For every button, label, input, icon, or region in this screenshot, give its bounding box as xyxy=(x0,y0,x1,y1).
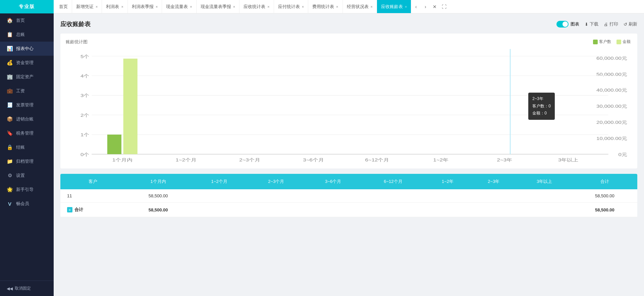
chart-toggle-label: 图表 xyxy=(571,21,579,27)
sidebar-item-settings[interactable]: ⚙ 设置 xyxy=(0,168,54,183)
sidebar-item-home[interactable]: 🏠 首页 xyxy=(0,13,54,28)
tab-close-icon[interactable]: × xyxy=(302,5,304,9)
total-m1: 58,500.00 xyxy=(126,203,191,217)
sidebar-item-invoice[interactable]: 🧾 发票管理 xyxy=(0,98,54,112)
svg-text:40,000.00元: 40,000.00元 xyxy=(596,88,627,93)
svg-text:1个: 1个 xyxy=(80,132,89,137)
download-button[interactable]: ⬇ 下载 xyxy=(585,21,598,27)
page-header: 应收账龄表 图表 ⬇ 下载 🖨 打印 ↺ 刷新 xyxy=(60,20,637,28)
tab-profit-label: 利润表 xyxy=(106,4,119,10)
sidebar-item-label: 工资 xyxy=(16,88,25,94)
tab-close-icon[interactable]: × xyxy=(336,5,338,9)
salary-icon: 💼 xyxy=(7,88,13,94)
chart-toggle[interactable] xyxy=(556,21,569,28)
sidebar-item-assets[interactable]: 🏢 固定资产 xyxy=(0,70,54,84)
svg-text:10,000.00元: 10,000.00元 xyxy=(596,136,627,141)
tab-expand[interactable]: ⛶ xyxy=(439,2,449,11)
sidebar-item-label: 发票管理 xyxy=(16,102,34,108)
tab-receivable-stat[interactable]: 应收统计表 × xyxy=(239,0,274,13)
tab-close-icon[interactable]: × xyxy=(96,5,98,9)
col-y3plus: 3年以上 xyxy=(517,174,572,189)
tab-close-icon[interactable]: × xyxy=(233,5,235,9)
legend-amount: 金额 xyxy=(616,39,631,45)
sidebar: 专业版 🏠 首页 📋 总账 📊 报表中心 💰 资金管理 🏢 固定资产 💼 工资 … xyxy=(0,0,54,296)
sidebar-item-member[interactable]: V 畅会员 xyxy=(0,197,54,211)
chart-title: 账龄统计图 xyxy=(66,39,632,45)
sidebar-item-tax[interactable]: 🔖 税务管理 xyxy=(0,126,54,140)
cell-total: 58,500.00 xyxy=(572,189,637,203)
tab-bar: 首页 新增凭证 × 利润表 × 利润表季报 × 现金流量表 × 现金流量表季报 … xyxy=(54,0,644,13)
sidebar-item-label: 总账 xyxy=(16,32,25,38)
tab-cashflow-quarter[interactable]: 现金流量表季报 × xyxy=(197,0,239,13)
total-m2 xyxy=(191,203,248,217)
cell-y3 xyxy=(471,189,517,203)
total-m3 xyxy=(248,203,305,217)
sidebar-item-purchase[interactable]: 📦 进销台账 xyxy=(0,112,54,126)
svg-text:3个: 3个 xyxy=(80,93,89,98)
svg-text:4个: 4个 xyxy=(80,73,89,78)
tab-payable-stat[interactable]: 应付统计表 × xyxy=(274,0,308,13)
print-icon: 🖨 xyxy=(604,22,608,27)
tab-home[interactable]: 首页 xyxy=(55,0,72,13)
tab-voucher[interactable]: 新增凭证 × xyxy=(72,0,102,13)
sidebar-item-ledger[interactable]: 📋 总账 xyxy=(0,28,54,42)
tab-aging[interactable]: 应收账龄表 × xyxy=(377,0,411,13)
reports-icon: 📊 xyxy=(7,46,13,52)
sidebar-item-label: 新手引导 xyxy=(16,187,34,193)
tab-close-icon[interactable]: × xyxy=(121,5,123,9)
tab-cashflow[interactable]: 现金流量表 × xyxy=(162,0,196,13)
refresh-button[interactable]: ↺ 刷新 xyxy=(624,21,637,27)
sidebar-item-label: 报表中心 xyxy=(16,46,34,52)
svg-text:1个月内: 1个月内 xyxy=(112,157,132,162)
tab-close-icon[interactable]: × xyxy=(371,5,373,9)
tab-close-icon[interactable]: × xyxy=(267,5,269,9)
tab-business-stat[interactable]: 经营状况表 × xyxy=(343,0,377,13)
sidebar-item-funds[interactable]: 💰 资金管理 xyxy=(0,56,54,70)
tab-receivable-stat-label: 应收统计表 xyxy=(244,4,265,10)
toggle-pin-button[interactable]: ◀◀ 取消固定 xyxy=(0,281,54,296)
tax-icon: 🔖 xyxy=(7,130,13,136)
sidebar-item-guide[interactable]: 🌟 新手引导 xyxy=(0,183,54,197)
tab-close-icon[interactable]: × xyxy=(156,5,158,9)
tab-business-stat-label: 经营状况表 xyxy=(347,4,369,10)
main-area: 首页 新增凭证 × 利润表 × 利润表季报 × 现金流量表 × 现金流量表季报 … xyxy=(54,0,644,296)
total-text: 合计 xyxy=(74,207,83,213)
col-customer: 客户 xyxy=(60,174,126,189)
close-accounts-icon: 🔒 xyxy=(7,144,13,150)
tab-profit-quarter[interactable]: 利润表季报 × xyxy=(128,0,162,13)
tab-nav-right[interactable]: › xyxy=(421,2,430,11)
tab-expense-stat[interactable]: 费用统计表 × xyxy=(308,0,342,13)
sidebar-item-salary[interactable]: 💼 工资 xyxy=(0,84,54,98)
settings-icon: ⚙ xyxy=(7,172,13,179)
tab-home-label: 首页 xyxy=(59,4,68,10)
legend-customers-label: 客户数 xyxy=(599,39,611,45)
sidebar-item-label: 固定资产 xyxy=(16,74,34,80)
funds-icon: 💰 xyxy=(7,60,13,66)
col-m2: 1~2个月 xyxy=(191,174,248,189)
svg-text:1~2个月: 1~2个月 xyxy=(175,157,196,162)
svg-text:0个: 0个 xyxy=(80,152,89,157)
total-y3 xyxy=(471,203,517,217)
tab-close-all[interactable]: ✕ xyxy=(430,2,439,11)
svg-text:2~3个月: 2~3个月 xyxy=(239,157,260,162)
aging-table: 客户 1个月内 1~2个月 2~3个月 3~6个月 6~12个月 1~2年 2~… xyxy=(60,174,637,217)
total-label-cell: ≡ 合计 xyxy=(60,203,126,217)
sidebar-item-close[interactable]: 🔒 结账 xyxy=(0,140,54,154)
chart-container: 0个 1个 2个 3个 4个 5个 0元 10,000.00元 20,000.0… xyxy=(66,49,632,163)
purchase-icon: 📦 xyxy=(7,116,13,122)
toggle-pin-label: 取消固定 xyxy=(15,286,31,291)
tab-close-icon[interactable]: × xyxy=(405,5,407,9)
tab-profit-quarter-label: 利润表季报 xyxy=(132,4,154,10)
svg-text:3年以上: 3年以上 xyxy=(558,157,578,162)
print-button[interactable]: 🖨 打印 xyxy=(604,21,618,27)
chart-svg: 0个 1个 2个 3个 4个 5个 0元 10,000.00元 20,000.0… xyxy=(66,49,632,163)
pin-icon: ◀◀ xyxy=(7,286,13,291)
sidebar-item-reports[interactable]: 📊 报表中心 xyxy=(0,42,54,56)
tab-nav-left[interactable]: ‹ xyxy=(411,2,421,11)
tab-close-icon[interactable]: × xyxy=(190,5,192,9)
sidebar-item-archive[interactable]: 📁 归档管理 xyxy=(0,154,54,168)
cell-m2 xyxy=(191,189,248,203)
total-icon: ≡ xyxy=(67,207,72,212)
tab-profit[interactable]: 利润表 × xyxy=(102,0,127,13)
col-y3: 2~3年 xyxy=(471,174,517,189)
